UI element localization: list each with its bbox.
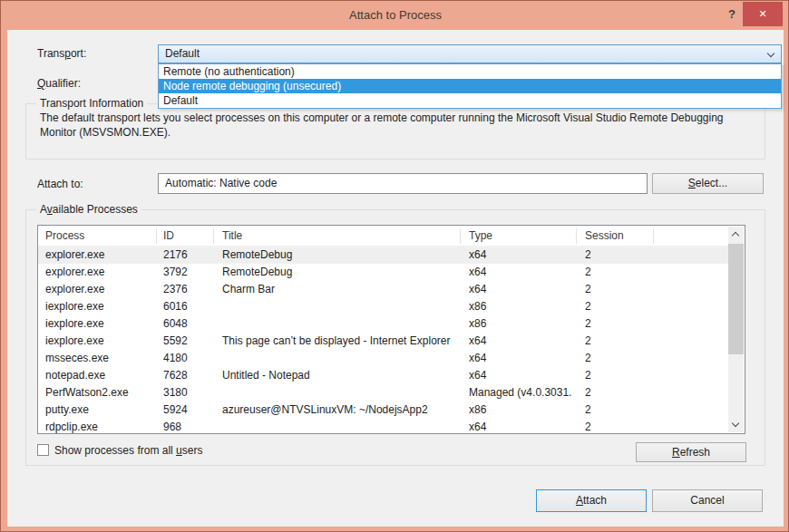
cell-type: x86 bbox=[469, 315, 572, 333]
cell-session: 2 bbox=[585, 401, 648, 419]
show-all-users-label[interactable]: Show processes from all users bbox=[54, 444, 202, 457]
cell-type: x64 bbox=[469, 264, 572, 281]
show-all-users-checkbox[interactable] bbox=[37, 444, 49, 456]
cell-process: putty.exe bbox=[45, 401, 156, 419]
cell-type: x86 bbox=[469, 298, 572, 315]
process-row[interactable]: PerfWatson2.exe 3180 Managed (v4.0.3031.… bbox=[38, 384, 729, 401]
cell-title: RemoteDebug bbox=[222, 247, 456, 264]
cell-title bbox=[222, 350, 456, 367]
column-divider bbox=[653, 228, 654, 244]
cell-type: x64 bbox=[469, 367, 572, 384]
cell-process: iexplore.exe bbox=[45, 333, 156, 350]
cell-id: 2176 bbox=[163, 247, 209, 264]
cell-type: Managed (v4.0.3031... bbox=[469, 384, 572, 401]
cell-type: x64 bbox=[469, 281, 572, 298]
help-icon[interactable]: ? bbox=[723, 1, 741, 28]
column-header-type[interactable]: Type bbox=[469, 226, 572, 247]
cell-id: 968 bbox=[163, 419, 209, 433]
cell-title: azureuser@NTVSLinuxVM: ~/NodejsApp2 bbox=[222, 401, 456, 419]
select-button[interactable]: Select... bbox=[652, 173, 764, 194]
transport-combobox-value: Default bbox=[165, 47, 200, 60]
column-divider bbox=[576, 228, 577, 244]
cell-title: This page can’t be displayed - Internet … bbox=[222, 333, 456, 350]
title-bar[interactable]: Attach to Process ? ✕ bbox=[1, 1, 789, 30]
transport-combobox[interactable]: Default bbox=[158, 44, 782, 63]
cell-title bbox=[222, 419, 456, 433]
cell-title bbox=[222, 315, 456, 333]
process-table-header[interactable]: Process ID Title Type Session bbox=[38, 226, 745, 247]
cell-process: rdpclip.exe bbox=[45, 419, 156, 433]
cell-process: iexplore.exe bbox=[45, 315, 156, 333]
close-button[interactable]: ✕ bbox=[743, 2, 783, 26]
chevron-down-icon bbox=[767, 50, 774, 57]
transport-label: Transport: bbox=[37, 47, 86, 60]
cell-type: x64 bbox=[469, 419, 572, 433]
process-row[interactable]: msseces.exe 4180 x64 2 bbox=[38, 350, 729, 367]
cancel-button[interactable]: Cancel bbox=[652, 489, 763, 512]
process-row[interactable]: explorer.exe 3792 RemoteDebug x64 2 bbox=[38, 264, 729, 281]
attach-button[interactable]: Attach bbox=[536, 489, 647, 512]
column-divider bbox=[213, 228, 214, 244]
attach-to-input[interactable]: Automatic: Native code bbox=[158, 173, 648, 194]
column-header-process[interactable]: Process bbox=[45, 226, 152, 247]
cell-process: iexplore.exe bbox=[45, 298, 156, 315]
vertical-scrollbar[interactable] bbox=[728, 227, 744, 432]
cell-title: RemoteDebug bbox=[222, 264, 456, 281]
process-row[interactable]: iexplore.exe 6016 x86 2 bbox=[38, 298, 729, 315]
scroll-down-button[interactable] bbox=[728, 417, 744, 432]
dropdown-item[interactable]: Default bbox=[159, 93, 781, 108]
process-row[interactable]: notepad.exe 7628 Untitled - Notepad x64 … bbox=[38, 367, 729, 384]
transport-dropdown-list: Remote (no authentication) Node remote d… bbox=[158, 63, 782, 109]
process-row[interactable]: putty.exe 5924 azureuser@NTVSLinuxVM: ~/… bbox=[38, 401, 729, 419]
cell-id: 4180 bbox=[163, 350, 209, 367]
available-processes-title: Available Processes bbox=[36, 203, 141, 216]
transport-information-title: Transport Information bbox=[36, 97, 147, 110]
chevron-down-icon bbox=[732, 420, 739, 427]
cell-title bbox=[222, 298, 456, 315]
process-row[interactable]: iexplore.exe 5592 This page can’t be dis… bbox=[38, 333, 729, 350]
scrollbar-track[interactable] bbox=[728, 242, 744, 417]
scroll-up-button[interactable] bbox=[728, 227, 744, 242]
cell-session: 2 bbox=[585, 384, 648, 401]
cell-id: 5592 bbox=[163, 333, 209, 350]
process-row[interactable]: explorer.exe 2176 RemoteDebug x64 2 bbox=[38, 247, 729, 264]
chevron-up-icon bbox=[732, 232, 739, 239]
transport-information-description: The default transport lets you select pr… bbox=[40, 111, 758, 140]
cell-process: notepad.exe bbox=[45, 367, 156, 384]
process-row[interactable]: rdpclip.exe 968 x64 2 bbox=[38, 419, 729, 433]
cell-process: explorer.exe bbox=[45, 247, 156, 264]
attach-to-process-dialog: Attach to Process ? ✕ Transport: Default… bbox=[0, 0, 789, 532]
process-row[interactable]: explorer.exe 2376 Charm Bar x64 2 bbox=[38, 281, 729, 298]
cell-session: 2 bbox=[585, 264, 648, 281]
refresh-button[interactable]: Refresh bbox=[636, 442, 746, 462]
close-icon: ✕ bbox=[758, 8, 766, 19]
cell-title: Charm Bar bbox=[222, 281, 456, 298]
cell-session: 2 bbox=[585, 419, 648, 433]
column-divider bbox=[156, 228, 157, 244]
cell-type: x64 bbox=[469, 247, 572, 264]
cell-type: x86 bbox=[469, 401, 572, 419]
column-header-title[interactable]: Title bbox=[222, 226, 456, 247]
column-header-id[interactable]: ID bbox=[163, 226, 209, 247]
attach-to-value: Automatic: Native code bbox=[165, 177, 277, 189]
cell-type: x64 bbox=[469, 333, 572, 350]
cell-process: PerfWatson2.exe bbox=[45, 384, 156, 401]
cell-session: 2 bbox=[585, 281, 648, 298]
cell-id: 3180 bbox=[163, 384, 209, 401]
cell-process: msseces.exe bbox=[45, 350, 156, 367]
cell-session: 2 bbox=[585, 350, 648, 367]
process-table-body: explorer.exe 2176 RemoteDebug x64 2 expl… bbox=[38, 247, 729, 433]
dropdown-item[interactable]: Remote (no authentication) bbox=[159, 64, 781, 79]
cell-process: explorer.exe bbox=[45, 281, 156, 298]
cell-title: Untitled - Notepad bbox=[222, 367, 456, 384]
dropdown-item[interactable]: Node remote debugging (unsecured) bbox=[159, 79, 781, 93]
cell-session: 2 bbox=[585, 367, 648, 384]
column-header-session[interactable]: Session bbox=[585, 226, 648, 247]
scrollbar-thumb[interactable] bbox=[728, 244, 744, 354]
cell-id: 2376 bbox=[163, 281, 209, 298]
cell-session: 2 bbox=[585, 315, 648, 333]
cell-id: 3792 bbox=[163, 264, 209, 281]
process-row[interactable]: iexplore.exe 6048 x86 2 bbox=[38, 315, 729, 333]
qualifier-label: Qualifier: bbox=[37, 77, 81, 90]
attach-to-label: Attach to: bbox=[37, 178, 83, 190]
